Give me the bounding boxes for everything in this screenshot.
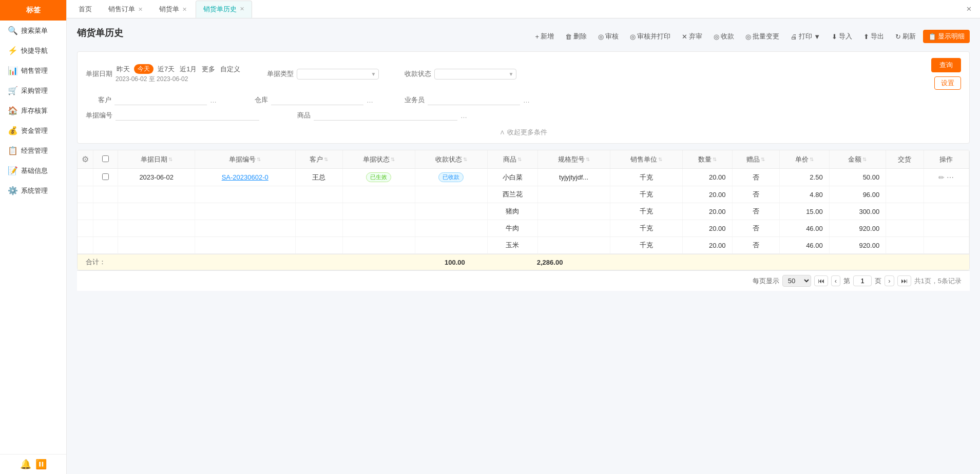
show-detail-icon: 📋 xyxy=(928,33,936,41)
prev-page-button[interactable]: ‹ xyxy=(831,275,840,286)
th-checkbox[interactable] xyxy=(93,150,118,169)
date-tab-yesterday[interactable]: 昨天 xyxy=(116,65,131,74)
next-page-button[interactable]: › xyxy=(885,275,894,286)
agent-input[interactable] xyxy=(428,95,520,105)
doc-type-label: 单据类型 xyxy=(267,69,294,78)
sidebar-item-basic-info[interactable]: 📝 基础信息 xyxy=(0,161,66,181)
collect-button[interactable]: ◎ 收款 xyxy=(709,30,738,43)
filter-group-agent: 业务员 … xyxy=(399,95,530,105)
page-input[interactable] xyxy=(853,275,872,286)
more-icon[interactable]: ⋯ xyxy=(947,173,954,182)
date-tab-custom[interactable]: 自定义 xyxy=(219,65,241,74)
sort-doc-status-icon: ⇅ xyxy=(391,156,395,162)
notification-icon[interactable]: 🔔 xyxy=(20,459,31,470)
filter-group-warehouse: 仓库 … xyxy=(242,95,373,105)
review-icon: ◎ xyxy=(598,33,604,41)
agent-dots[interactable]: … xyxy=(523,96,530,104)
review-button[interactable]: ◎ 审核 xyxy=(594,30,623,43)
sort-doc-no-icon: ⇅ xyxy=(257,156,261,162)
refresh-button[interactable]: ↻ 刷新 xyxy=(891,30,920,43)
tab-sales-goods[interactable]: 销货单 ✕ xyxy=(151,1,195,18)
doc-no-input[interactable] xyxy=(116,110,259,121)
collect-icon: ◎ xyxy=(714,33,719,41)
import-button[interactable]: ⬇ 导入 xyxy=(828,30,856,43)
system-icon: ⚙️ xyxy=(8,186,18,195)
doc-type-select[interactable] xyxy=(297,69,379,80)
search-icon: 🔍 xyxy=(8,26,18,35)
tab-sales-order-close[interactable]: ✕ xyxy=(138,6,143,13)
pause-icon[interactable]: ⏸️ xyxy=(35,459,47,470)
th-amount[interactable]: 金额⇅ xyxy=(829,150,886,169)
customer-dots[interactable]: … xyxy=(210,96,217,104)
th-spec[interactable]: 规格型号⇅ xyxy=(537,150,610,169)
print-button[interactable]: 🖨 打印 ▼ xyxy=(786,30,824,43)
last-page-button[interactable]: ⏭ xyxy=(897,275,911,286)
sort-qty-icon: ⇅ xyxy=(713,156,717,162)
th-doc-status[interactable]: 单据状态⇅ xyxy=(342,150,415,169)
basic-info-icon: 📝 xyxy=(8,166,18,175)
date-tab-more[interactable]: 更多 xyxy=(201,65,216,74)
settings-button[interactable]: 设置 xyxy=(934,76,961,90)
th-price[interactable]: 单价⇅ xyxy=(779,150,829,169)
th-doc-no[interactable]: 单据编号⇅ xyxy=(195,150,295,169)
review-print-button[interactable]: ◎ 审核并打印 xyxy=(626,30,675,43)
tab-sales-goods-history-label: 销货单历史 xyxy=(203,5,237,14)
payment-status-select[interactable] xyxy=(434,69,516,80)
table-row: 猪肉千克20.00否15.00300.00 xyxy=(78,203,969,220)
quick-nav-icon: ⚡ xyxy=(8,46,18,55)
th-goods[interactable]: 商品⇅ xyxy=(487,150,537,169)
date-tab-7days[interactable]: 近7天 xyxy=(157,65,176,74)
th-pay-status[interactable]: 收款状态⇅ xyxy=(415,150,487,169)
per-page-select[interactable]: 50 100 200 xyxy=(782,275,811,287)
tab-sales-goods-close[interactable]: ✕ xyxy=(182,6,187,13)
sidebar-item-finance-mgmt[interactable]: 💰 资金管理 xyxy=(0,121,66,141)
select-all-checkbox[interactable] xyxy=(102,155,109,162)
row-checkbox[interactable] xyxy=(102,173,109,180)
customer-input[interactable] xyxy=(114,95,207,105)
discard-button[interactable]: ✕ 弃审 xyxy=(678,30,706,43)
batch-change-button[interactable]: ◎ 批量变更 xyxy=(741,30,783,43)
date-tab-1month[interactable]: 近1月 xyxy=(179,65,198,74)
sidebar-item-label: 快捷导航 xyxy=(21,46,48,55)
warehouse-input[interactable] xyxy=(271,95,363,105)
total-info: 共1页，5条记录 xyxy=(914,276,962,286)
sidebar-item-purchase-mgmt[interactable]: 🛒 采购管理 xyxy=(0,81,66,101)
close-all-tabs[interactable]: ✕ xyxy=(962,5,976,13)
tab-home[interactable]: 首页 xyxy=(71,1,100,18)
warehouse-dots[interactable]: … xyxy=(367,96,373,104)
agent-label: 业务员 xyxy=(399,95,425,105)
th-date[interactable]: 单据日期⇅ xyxy=(118,150,195,169)
doc-no-link[interactable]: SA-20230602-0 xyxy=(222,173,268,181)
sidebar-item-inventory-calc[interactable]: 🏠 库存核算 xyxy=(0,101,66,121)
table-body: 2023-06-02SA-20230602-0王总已生效已收款小白菜tyjyjt… xyxy=(78,169,969,254)
data-table-wrap: ⚙ 单据日期⇅ 单据编号⇅ 客户⇅ 单据状态⇅ 收款状态⇅ 商品⇅ 规格型号⇅ … xyxy=(77,150,970,270)
sidebar-item-sales-mgmt[interactable]: 📊 销售管理 xyxy=(0,61,66,81)
export-button[interactable]: ⬆ 导出 xyxy=(859,30,888,43)
first-page-button[interactable]: ⏮ xyxy=(814,275,828,286)
tab-sales-goods-history-close[interactable]: ✕ xyxy=(240,6,244,12)
goods-input[interactable] xyxy=(314,110,457,121)
th-gift[interactable]: 赠品⇅ xyxy=(732,150,779,169)
edit-icon[interactable]: ✏ xyxy=(938,173,945,182)
query-button[interactable]: 查询 xyxy=(931,58,961,72)
th-qty[interactable]: 数量⇅ xyxy=(682,150,732,169)
th-unit[interactable]: 销售单位⇅ xyxy=(610,150,682,169)
tab-sales-order[interactable]: 销售订单 ✕ xyxy=(101,1,150,18)
data-table: ⚙ 单据日期⇅ 单据编号⇅ 客户⇅ 单据状态⇅ 收款状态⇅ 商品⇅ 规格型号⇅ … xyxy=(78,150,969,254)
date-tab-today[interactable]: 今天 xyxy=(134,64,153,74)
new-button[interactable]: + 新增 xyxy=(531,30,559,43)
goods-dots[interactable]: … xyxy=(460,112,467,120)
th-settings[interactable]: ⚙ xyxy=(78,150,93,169)
collapse-bar[interactable]: ∧ 收起更多条件 xyxy=(86,126,961,137)
sidebar-item-quick-nav[interactable]: ⚡ 快捷导航 xyxy=(0,41,66,61)
show-detail-button[interactable]: 📋 显示明细 xyxy=(923,30,970,43)
th-customer[interactable]: 客户⇅ xyxy=(295,150,342,169)
sidebar-item-system-mgmt[interactable]: ⚙️ 系统管理 xyxy=(0,181,66,201)
sidebar-item-search-menu[interactable]: 🔍 搜索菜单 xyxy=(0,21,66,41)
table-footer: 合计： 100.00 2,286.00 xyxy=(78,254,969,270)
table-row: 2023-06-02SA-20230602-0王总已生效已收款小白菜tyjyjt… xyxy=(78,169,969,186)
delete-button[interactable]: 🗑 删除 xyxy=(561,30,591,43)
print-icon: 🖨 xyxy=(791,33,797,41)
tab-sales-goods-history[interactable]: 销货单历史 ✕ xyxy=(196,1,252,18)
sidebar-item-operations-mgmt[interactable]: 📋 经营管理 xyxy=(0,141,66,161)
